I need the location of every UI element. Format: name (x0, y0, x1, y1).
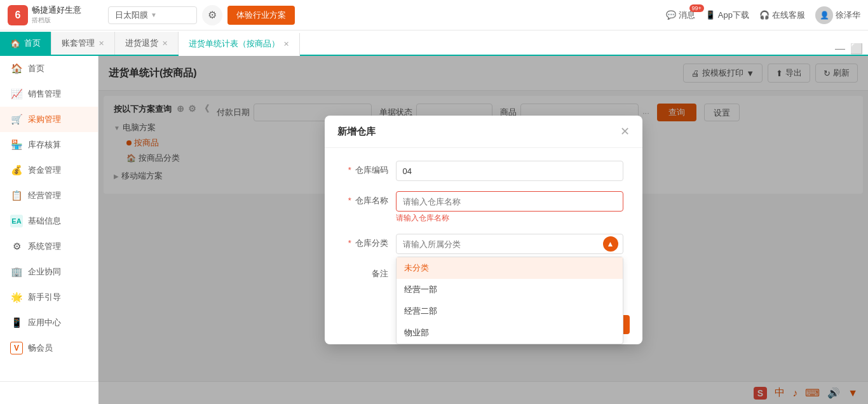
close-tab-stats-icon[interactable]: ✕ (283, 40, 289, 48)
category-input[interactable] (396, 234, 623, 254)
username: 徐泽华 (836, 10, 860, 21)
sidebar: 🏠 首页 📈 销售管理 🛒 采购管理 🏪 库存核算 💰 资金管理 📋 经营管理 … (0, 56, 98, 404)
tab-purchase-stats-label: 进货单统计表（按商品） (189, 38, 280, 50)
name-input[interactable] (396, 191, 623, 212)
headphone-icon: 🎧 (759, 10, 770, 20)
tab-minimize-icon[interactable]: — (835, 43, 845, 55)
sidebar-item-apps[interactable]: 📱 应用中心 (0, 310, 98, 335)
category-arrow-icon[interactable]: ▲ (603, 236, 618, 252)
tab-maximize-icon[interactable]: ⬜ (850, 43, 863, 55)
user-area[interactable]: 👤 徐泽华 (815, 6, 860, 24)
sidebar-item-sales[interactable]: 📈 销售管理 (0, 81, 98, 107)
logo-area: 6 畅捷通好生意 搭档版 (8, 5, 103, 25)
message-badge: 99+ (689, 4, 704, 12)
sidebar-item-purchase[interactable]: 🛒 采购管理 (0, 107, 98, 132)
vip-icon: V (10, 342, 23, 354)
dropdown-item-0[interactable]: 未分类 (397, 257, 623, 279)
app-label: App下载 (718, 10, 749, 21)
store-selector[interactable]: 日太阳膜 ▼ (108, 6, 197, 24)
dropdown-item-3[interactable]: 物业部 (397, 322, 623, 344)
tab-accounts[interactable]: 账套管理 ✕ (51, 32, 115, 55)
sidebar-item-operation[interactable]: 📋 经营管理 (0, 183, 98, 208)
purchase-icon: 🛒 (10, 113, 23, 126)
sidebar-item-system[interactable]: ⚙ 系统管理 (0, 234, 98, 259)
app-sub: 搭档版 (32, 16, 81, 25)
tab-home[interactable]: 🏠 首页 (0, 32, 51, 55)
app-name: 畅捷通好生意 (32, 5, 81, 16)
name-field-wrap: 请输入仓库名称 (396, 191, 623, 224)
home-icon: 🏠 (10, 39, 20, 48)
required-star-cat: * (348, 238, 351, 248)
sidebar-item-home[interactable]: 🏠 首页 (0, 56, 98, 81)
service-button[interactable]: 🎧 在线客服 (759, 10, 805, 21)
message-button[interactable]: 💬 99+ 消息 (666, 10, 695, 21)
store-name: 日太阳膜 (115, 10, 148, 21)
dialog-body: * 仓库编码 * 仓库名称 (325, 148, 642, 307)
sidebar-item-finance[interactable]: 💰 资金管理 (0, 158, 98, 183)
finance-icon: 💰 (10, 164, 23, 177)
sidebar-vip-label: 畅会员 (28, 342, 53, 354)
store-arrow-icon: ▼ (151, 11, 157, 18)
sales-icon: 📈 (10, 88, 23, 100)
category-field-wrap: ▲ 未分类 经营一部 经营二部 物业部 (396, 234, 623, 254)
category-dropdown: 未分类 经营一部 经营二部 物业部 (396, 257, 623, 344)
sidebar-finance-label: 资金管理 (28, 165, 61, 176)
category-row: * 仓库分类 ▲ 未分类 经营一部 经营二部 (344, 234, 623, 254)
name-row: * 仓库名称 请输入仓库名称 (344, 191, 623, 224)
name-error-msg: 请输入仓库名称 (396, 213, 623, 224)
tab-purchase-return[interactable]: 进货退货 ✕ (115, 32, 179, 55)
close-tab-accounts-icon[interactable]: ✕ (98, 39, 104, 48)
category-label: * 仓库分类 (344, 234, 388, 249)
sidebar-item-basic[interactable]: EA 基础信息 (0, 208, 98, 234)
settings-button[interactable]: ⚙ (202, 5, 222, 25)
app-icon: 📱 (705, 10, 715, 20)
inventory-icon: 🏪 (10, 138, 23, 151)
tab-bar: 🏠 首页 账套管理 ✕ 进货退货 ✕ 进货单统计表（按商品） ✕ — ⬜ (0, 30, 868, 56)
service-label: 在线客服 (772, 10, 805, 21)
add-warehouse-dialog: 新增仓库 ✕ * 仓库编码 (325, 116, 642, 344)
dropdown-item-1[interactable]: 经营一部 (397, 279, 623, 300)
avatar: 👤 (815, 6, 833, 24)
system-icon: ⚙ (10, 240, 23, 253)
sidebar-item-vip[interactable]: V 畅会员 (0, 335, 98, 361)
sidebar-basic-label: 基础信息 (28, 215, 61, 227)
code-label: * 仓库编码 (344, 161, 388, 176)
sidebar-item-enterprise[interactable]: 🏢 企业协同 (0, 259, 98, 285)
logo-text-wrap: 畅捷通好生意 搭档版 (32, 5, 81, 25)
message-icon: 💬 (666, 10, 676, 20)
sidebar-guide-label: 新手引导 (28, 292, 61, 303)
tab-home-label: 首页 (24, 37, 41, 49)
required-star-code: * (348, 165, 351, 175)
required-star-name: * (348, 196, 351, 205)
sidebar-item-inventory[interactable]: 🏪 库存核算 (0, 132, 98, 158)
dropdown-item-2[interactable]: 经营二部 (397, 300, 623, 322)
sidebar-operation-label: 经营管理 (28, 190, 61, 201)
code-field-wrap (396, 161, 623, 181)
sidebar-system-label: 系统管理 (28, 241, 61, 252)
top-icons: 💬 99+ 消息 📱 App下载 🎧 在线客服 👤 徐泽华 (666, 6, 860, 24)
modal-overlay: 新增仓库 ✕ * 仓库编码 (98, 56, 868, 404)
remark-label: 备注 (344, 264, 388, 279)
category-select-wrap: ▲ 未分类 经营一部 经营二部 物业部 (396, 234, 623, 254)
try-industry-button[interactable]: 体验行业方案 (227, 6, 295, 25)
dialog-close-icon[interactable]: ✕ (620, 125, 630, 138)
app-download-button[interactable]: 📱 App下载 (705, 10, 749, 21)
sidebar-inventory-label: 库存核算 (28, 139, 61, 151)
sidebar-sales-label: 销售管理 (28, 88, 61, 100)
sidebar-item-guide[interactable]: 🌟 新手引导 (0, 285, 98, 310)
close-tab-return-icon[interactable]: ✕ (162, 39, 168, 48)
tab-accounts-label: 账套管理 (62, 37, 95, 49)
tab-purchase-stats[interactable]: 进货单统计表（按商品） ✕ (179, 33, 300, 56)
sidebar-apps-label: 应用中心 (28, 317, 61, 328)
sidebar-home-label: 首页 (28, 63, 44, 74)
main-content: 进货单统计(按商品) 🖨 按模板打印 ▼ ⬆ 导出 ↻ 刷新 (98, 56, 868, 404)
home-sidebar-icon: 🏠 (10, 62, 23, 75)
top-bar: 6 畅捷通好生意 搭档版 日太阳膜 ▼ ⚙ 体验行业方案 💬 99+ 消息 📱 … (0, 0, 868, 30)
sidebar-purchase-label: 采购管理 (28, 114, 61, 125)
apps-icon: 📱 (10, 316, 23, 329)
basic-icon: EA (10, 215, 23, 227)
tab-bar-actions: — ⬜ (835, 43, 868, 55)
dialog-header: 新增仓库 ✕ (325, 116, 642, 148)
code-input[interactable] (396, 161, 623, 181)
guide-icon: 🌟 (10, 291, 23, 304)
